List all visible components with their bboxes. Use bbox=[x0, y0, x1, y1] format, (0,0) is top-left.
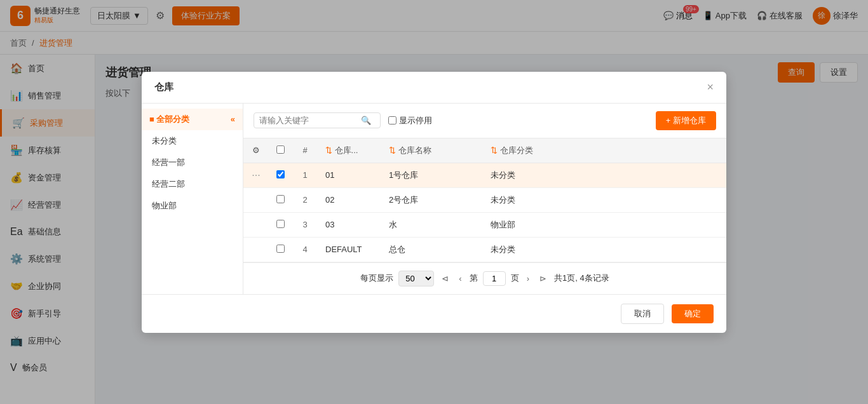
row-num: 2 bbox=[292, 187, 318, 212]
row-code: DEFAULT bbox=[318, 237, 381, 262]
warehouse-modal: 仓库 × ■ 全部分类 « 未分类 经营一部 经营二部 物业部 bbox=[142, 72, 726, 333]
select-all-checkbox[interactable] bbox=[276, 145, 285, 154]
row-name: 水 bbox=[381, 212, 483, 237]
row-code: 01 bbox=[318, 163, 381, 187]
row-checkbox-cell[interactable] bbox=[269, 237, 292, 262]
row-checkbox-cell[interactable] bbox=[269, 163, 292, 187]
table-row[interactable]: 4 DEFAULT 总仓 未分类 bbox=[243, 237, 726, 262]
add-warehouse-button[interactable]: + 新增仓库 bbox=[656, 111, 716, 130]
content-panel: 🔍 显示停用 + 新增仓库 ⚙ # ⇅ 仓库... bbox=[243, 104, 726, 294]
row-num: 3 bbox=[292, 212, 318, 237]
row-action-cell bbox=[243, 212, 269, 237]
row-code: 02 bbox=[318, 187, 381, 212]
row-action-cell: ··· bbox=[243, 163, 269, 187]
show-disabled-checkbox[interactable]: 显示停用 bbox=[388, 115, 432, 126]
page-suffix: 页 bbox=[511, 273, 519, 284]
row-name: 总仓 bbox=[381, 237, 483, 262]
row-category: 未分类 bbox=[483, 237, 726, 262]
category-item-property[interactable]: 物业部 bbox=[142, 195, 243, 217]
row-checkbox-cell[interactable] bbox=[269, 187, 292, 212]
row-name: 2号仓库 bbox=[381, 187, 483, 212]
row-checkbox[interactable] bbox=[276, 220, 285, 228]
cancel-button[interactable]: 取消 bbox=[621, 304, 664, 324]
search-input[interactable] bbox=[259, 116, 361, 125]
next-page-button[interactable]: › bbox=[524, 273, 532, 285]
row-code: 03 bbox=[318, 212, 381, 237]
per-page-label: 每页显示 bbox=[360, 273, 393, 284]
table-row[interactable]: 2 02 2号仓库 未分类 bbox=[243, 187, 726, 212]
collapse-icon[interactable]: « bbox=[231, 114, 235, 124]
page-input[interactable] bbox=[483, 271, 506, 286]
search-box[interactable]: 🔍 bbox=[254, 112, 381, 128]
row-category: 未分类 bbox=[483, 187, 726, 212]
category-sidebar: ■ 全部分类 « 未分类 经营一部 经营二部 物业部 bbox=[142, 104, 243, 294]
modal-overlay: 仓库 × ■ 全部分类 « 未分类 经营一部 经营二部 物业部 bbox=[0, 0, 868, 404]
row-num: 1 bbox=[292, 163, 318, 187]
category-item-dept2[interactable]: 经营二部 bbox=[142, 173, 243, 195]
col-code: ⇅ 仓库... bbox=[318, 138, 381, 163]
row-checkbox[interactable] bbox=[276, 170, 285, 178]
pagination: 每页显示 50 10 20 100 ⊲ ‹ 第 页 › ⊳ 共1页, 4条记录 bbox=[243, 262, 726, 294]
total-info: 共1页, 4条记录 bbox=[554, 273, 609, 284]
table-row[interactable]: 3 03 水 物业部 bbox=[243, 212, 726, 237]
row-action-cell bbox=[243, 237, 269, 262]
table-row[interactable]: ··· 1 01 1号仓库 未分类 bbox=[243, 163, 726, 187]
all-categories-label: ■ 全部分类 bbox=[149, 114, 189, 125]
row-checkbox-cell[interactable] bbox=[269, 212, 292, 237]
row-name: 1号仓库 bbox=[381, 163, 483, 187]
row-action-cell bbox=[243, 187, 269, 212]
row-num: 4 bbox=[292, 237, 318, 262]
page-size-select[interactable]: 50 10 20 100 bbox=[398, 271, 434, 286]
row-category: 物业部 bbox=[483, 212, 726, 237]
row-ellipsis[interactable]: ··· bbox=[252, 170, 260, 180]
modal-toolbar: 🔍 显示停用 + 新增仓库 bbox=[243, 104, 726, 138]
row-checkbox[interactable] bbox=[276, 245, 285, 253]
modal-header: 仓库 × bbox=[142, 72, 726, 104]
page-label: 第 bbox=[470, 273, 478, 284]
col-name: ⇅ 仓库名称 bbox=[381, 138, 483, 163]
prev-page-button[interactable]: ‹ bbox=[456, 273, 464, 285]
warehouse-table: ⚙ # ⇅ 仓库... ⇅ 仓库名称 ⇅ 仓库分类 ··· 1 01 1号仓库 … bbox=[243, 138, 726, 262]
modal-footer: 取消 确定 bbox=[142, 294, 726, 333]
row-checkbox[interactable] bbox=[276, 195, 285, 203]
modal-title: 仓库 bbox=[154, 81, 173, 93]
modal-close-button[interactable]: × bbox=[707, 81, 714, 94]
category-item-dept1[interactable]: 经营一部 bbox=[142, 152, 243, 173]
search-icon[interactable]: 🔍 bbox=[361, 116, 371, 125]
last-page-button[interactable]: ⊳ bbox=[537, 273, 549, 285]
col-gear: ⚙ bbox=[243, 138, 269, 163]
first-page-button[interactable]: ⊲ bbox=[439, 273, 451, 285]
col-category: ⇅ 仓库分类 bbox=[483, 138, 726, 163]
row-category: 未分类 bbox=[483, 163, 726, 187]
col-num: # bbox=[292, 138, 318, 163]
show-disabled-label: 显示停用 bbox=[399, 115, 432, 126]
col-checkbox bbox=[269, 138, 292, 163]
all-categories-header[interactable]: ■ 全部分类 « bbox=[142, 109, 243, 130]
modal-body: ■ 全部分类 « 未分类 经营一部 经营二部 物业部 🔍 bbox=[142, 104, 726, 294]
category-item-unclassified[interactable]: 未分类 bbox=[142, 130, 243, 152]
disabled-checkbox[interactable] bbox=[388, 116, 397, 125]
confirm-button[interactable]: 确定 bbox=[672, 304, 714, 323]
